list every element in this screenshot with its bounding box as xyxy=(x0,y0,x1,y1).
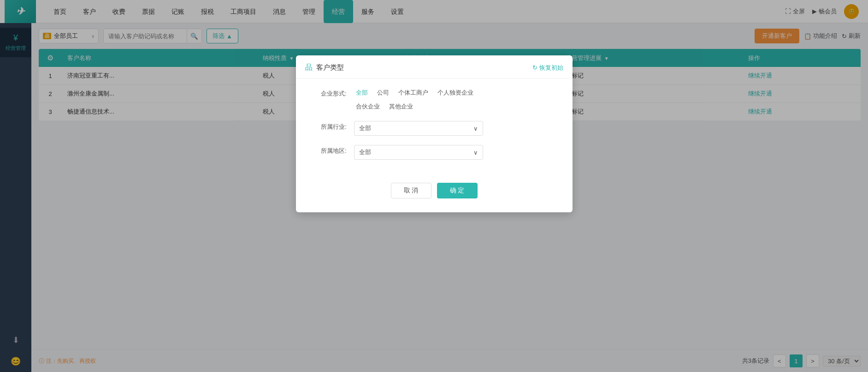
type-individual[interactable]: 个体工商户 xyxy=(396,88,430,98)
enterprise-types-row2: 合伙企业 其他企业 xyxy=(354,102,559,112)
modal-overlay: 品 客户类型 ↻ 恢复初始 企业形式 全部 公司 个体工商户 个人独资企业 xyxy=(0,0,868,372)
modal-header: 品 客户类型 ↻ 恢复初始 xyxy=(296,55,573,78)
enterprise-form-label: 企业形式 xyxy=(310,88,347,98)
modal-box: 品 客户类型 ↻ 恢复初始 企业形式 全部 公司 个体工商户 个人独资企业 xyxy=(296,55,573,212)
region-select[interactable]: 全部 ∨ xyxy=(354,145,483,160)
type-sole[interactable]: 个人独资企业 xyxy=(436,88,475,98)
type-all[interactable]: 全部 xyxy=(354,88,370,98)
region-content: 全部 ∨ xyxy=(354,145,559,160)
modal-restore-button[interactable]: ↻ 恢复初始 xyxy=(532,64,563,72)
industry-form-row: 所属行业 全部 ∨ xyxy=(310,121,559,136)
type-other[interactable]: 其他企业 xyxy=(387,102,415,112)
enterprise-types: 全部 公司 个体工商户 个人独资企业 xyxy=(354,88,559,98)
region-chevron-icon: ∨ xyxy=(473,149,478,156)
industry-select[interactable]: 全部 ∨ xyxy=(354,121,483,136)
enterprise-form-row: 企业形式 全部 公司 个体工商户 个人独资企业 合伙企业 其他企业 xyxy=(310,88,559,112)
region-label: 所属地区 xyxy=(310,145,347,155)
type-company[interactable]: 公司 xyxy=(375,88,391,98)
enterprise-types-content: 全部 公司 个体工商户 个人独资企业 合伙企业 其他企业 xyxy=(354,88,559,112)
modal-title: 品 客户类型 xyxy=(305,63,344,72)
restore-icon: ↻ xyxy=(532,64,537,71)
cancel-button[interactable]: 取 消 xyxy=(391,183,431,198)
confirm-button[interactable]: 确 定 xyxy=(437,183,478,198)
industry-label: 所属行业 xyxy=(310,121,347,131)
modal-footer: 取 消 确 定 xyxy=(296,178,573,198)
industry-chevron-icon: ∨ xyxy=(473,125,478,132)
industry-content: 全部 ∨ xyxy=(354,121,559,136)
type-partnership[interactable]: 合伙企业 xyxy=(354,102,382,112)
modal-body: 企业形式 全部 公司 个体工商户 个人独资企业 合伙企业 其他企业 所属行业 xyxy=(296,78,573,178)
region-form-row: 所属地区 全部 ∨ xyxy=(310,145,559,160)
modal-title-icon: 品 xyxy=(305,63,313,72)
